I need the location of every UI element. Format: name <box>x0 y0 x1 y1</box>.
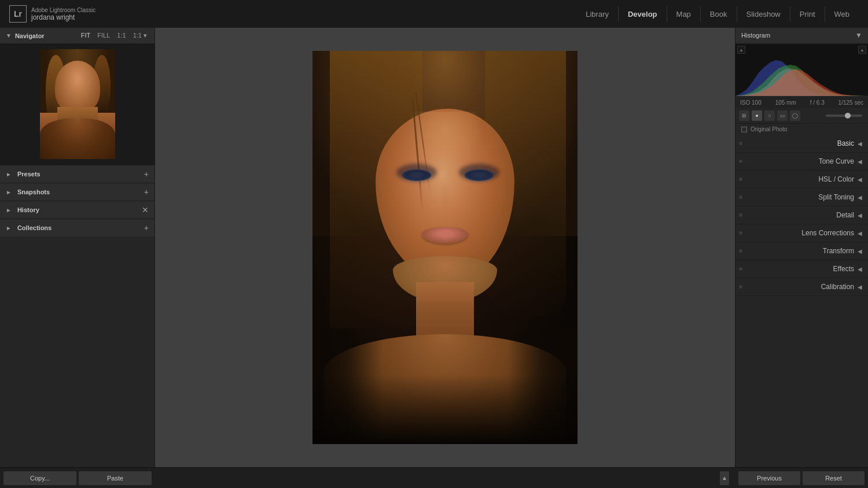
presets-section: ► Presets + <box>0 165 155 183</box>
module-arrow-split-toning: ◀ <box>858 194 862 201</box>
module-label-split-toning: Split Toning <box>747 193 854 201</box>
copy-button[interactable]: Copy... <box>3 471 76 485</box>
reset-button[interactable]: Reset <box>803 471 865 485</box>
module-dot-effects <box>739 267 742 271</box>
tool-radial-outline[interactable]: ○ <box>764 110 775 121</box>
histogram-aperture: f / 6.3 <box>810 99 825 106</box>
nav-book[interactable]: Book <box>701 6 737 22</box>
module-arrow-basic: ◀ <box>858 141 862 147</box>
module-label-lens: Lens Corrections <box>747 229 854 237</box>
module-dot-split-toning <box>739 195 742 199</box>
navigator-header[interactable]: ▼ Navigator FIT FILL 1:1 1:1 ▾ <box>0 28 155 43</box>
original-photo-row: Original Photo <box>735 124 868 135</box>
tool-radial-filled[interactable]: ● <box>752 110 762 121</box>
presets-arrow: ► <box>6 171 12 178</box>
nav-fit[interactable]: FIT <box>79 31 93 40</box>
history-title: History <box>17 206 142 213</box>
presets-header[interactable]: ► Presets + <box>0 165 155 183</box>
module-dot-transform <box>739 249 742 253</box>
right-panel: Histogram ▼ ▲ ▲ <box>735 28 868 467</box>
snapshots-header[interactable]: ► Snapshots + <box>0 183 155 201</box>
module-label-calibration: Calibration <box>747 283 854 291</box>
module-arrow-lens: ◀ <box>858 230 862 236</box>
module-basic[interactable]: Basic ◀ <box>735 135 868 153</box>
histogram-tools: ⊞ ● ○ ▭ ◯ <box>735 108 868 124</box>
module-dot-lens <box>739 231 742 235</box>
nav-slideshow[interactable]: Slideshow <box>737 6 790 22</box>
snapshots-arrow: ► <box>6 189 12 195</box>
nav-print[interactable]: Print <box>790 6 825 22</box>
module-hsl-color[interactable]: HSL / Color ◀ <box>735 171 868 188</box>
module-arrow-transform: ◀ <box>858 248 862 254</box>
nav-fill[interactable]: FILL <box>95 31 112 40</box>
bottom-left: Copy... Paste <box>0 471 155 485</box>
nav-map[interactable]: Map <box>667 6 701 22</box>
tool-rect[interactable]: ▭ <box>777 110 788 121</box>
history-header[interactable]: ► History ✕ <box>0 201 155 219</box>
tool-circle-sm[interactable]: ◯ <box>790 110 800 121</box>
collections-section: ► Collections + <box>0 219 155 236</box>
module-label-transform: Transform <box>747 247 854 255</box>
module-arrow-calibration: ◀ <box>858 284 862 290</box>
right-panel-modules: Basic ◀ Tone Curve ◀ HSL / Color ◀ Split… <box>735 135 868 467</box>
histogram-highlight-clip[interactable]: ▲ <box>858 46 866 54</box>
histogram-header: Histogram ▼ <box>735 28 868 43</box>
module-label-tone-curve: Tone Curve <box>747 157 854 165</box>
module-tone-curve[interactable]: Tone Curve ◀ <box>735 153 868 171</box>
nav-custom[interactable]: 1:1 ▾ <box>131 31 149 40</box>
nav-develop[interactable]: Develop <box>619 6 667 22</box>
presets-add-btn[interactable]: + <box>144 169 149 179</box>
tool-grid[interactable]: ⊞ <box>739 110 749 121</box>
nav-web[interactable]: Web <box>825 6 859 22</box>
user-name: jordana wright <box>31 13 95 21</box>
filmstrip-collapse-btn[interactable]: ▲ <box>720 471 729 485</box>
app-info: Adobe Lightroom Classic jordana wright <box>31 7 95 21</box>
left-panel: ▼ Navigator FIT FILL 1:1 1:1 ▾ <box>0 28 155 467</box>
module-dot-hsl <box>739 178 742 181</box>
previous-button[interactable]: Previous <box>738 471 800 485</box>
collections-header[interactable]: ► Collections + <box>0 219 155 236</box>
module-dot-tone-curve <box>739 160 742 163</box>
histogram-iso: ISO 100 <box>740 99 762 106</box>
paste-button[interactable]: Paste <box>79 471 152 485</box>
original-photo-checkbox[interactable] <box>741 127 747 132</box>
histogram-svg <box>735 44 868 96</box>
module-split-toning[interactable]: Split Toning ◀ <box>735 188 868 206</box>
snapshots-add-btn[interactable]: + <box>144 187 149 197</box>
module-detail[interactable]: Detail ◀ <box>735 206 868 224</box>
histogram-title: Histogram <box>741 32 770 39</box>
module-label-hsl: HSL / Color <box>747 175 854 183</box>
histogram-dropdown-icon[interactable]: ▼ <box>855 31 862 39</box>
history-arrow: ► <box>6 207 12 213</box>
histogram-shutter: 1/125 sec <box>838 99 863 106</box>
eye-shadow-left <box>396 164 437 181</box>
top-nav: Library Develop Map Book Slideshow Print… <box>576 6 859 22</box>
histogram-focal: 105 mm <box>775 99 796 106</box>
module-dot-detail <box>739 213 742 217</box>
develop-slider-thumb[interactable] <box>845 113 851 119</box>
module-arrow-tone-curve: ◀ <box>858 158 862 165</box>
collections-title: Collections <box>17 224 144 231</box>
collections-arrow: ► <box>6 225 12 231</box>
nav-1to1[interactable]: 1:1 <box>115 31 127 40</box>
module-calibration[interactable]: Calibration ◀ <box>735 278 868 296</box>
center-panel <box>155 28 735 467</box>
module-lens-corrections[interactable]: Lens Corrections ◀ <box>735 224 868 242</box>
module-arrow-hsl: ◀ <box>858 176 862 183</box>
histogram-chart: ▲ ▲ <box>735 44 868 96</box>
main-content: ▼ Navigator FIT FILL 1:1 1:1 ▾ <box>0 28 868 467</box>
histogram-shadow-clip[interactable]: ▲ <box>737 46 745 54</box>
collections-add-btn[interactable]: + <box>144 223 149 232</box>
top-bar: Lr Adobe Lightroom Classic jordana wrigh… <box>0 0 868 28</box>
history-close-btn[interactable]: ✕ <box>142 205 149 215</box>
navigator-controls: FIT FILL 1:1 1:1 ▾ <box>79 31 149 40</box>
lr-icon: Lr <box>9 5 27 23</box>
navigator-preview <box>0 43 155 165</box>
nav-library[interactable]: Library <box>576 6 619 22</box>
module-dot-basic <box>739 142 742 145</box>
module-transform[interactable]: Transform ◀ <box>735 242 868 260</box>
module-arrow-effects: ◀ <box>858 266 862 272</box>
photo-canvas <box>312 51 578 444</box>
module-effects[interactable]: Effects ◀ <box>735 260 868 278</box>
bottom-vignette <box>312 375 578 444</box>
